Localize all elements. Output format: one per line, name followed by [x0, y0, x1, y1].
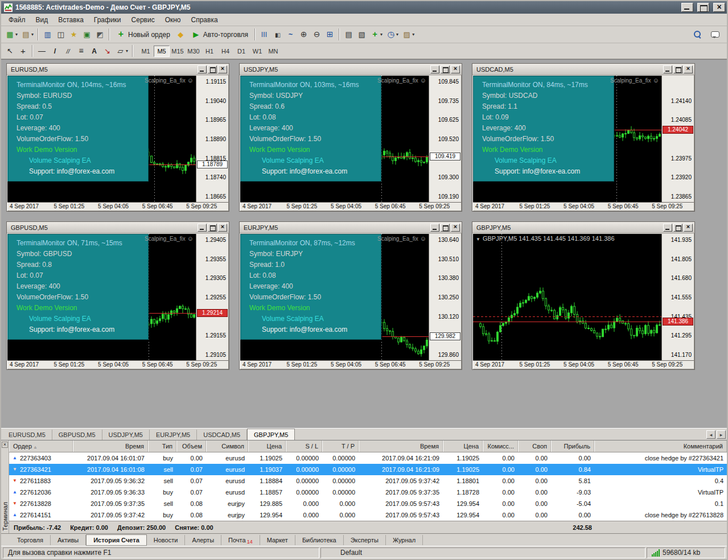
smiley-icon[interactable] [187, 235, 194, 242]
autotrade-button[interactable]: Авто-торговля [187, 28, 252, 42]
chart-canvas[interactable]: Scalping_Ea_fix TerminalMonitor ON, 84ms… [473, 76, 661, 202]
chart-title-bar[interactable]: EURJPY,M5 [240, 222, 462, 233]
terminal-button[interactable] [80, 28, 93, 42]
smiley-icon[interactable] [420, 235, 426, 242]
terminal-tab-10[interactable]: Журнал [386, 535, 423, 545]
chart-canvas[interactable]: Scalping_Ea_fix TerminalMonitor ON, 87ms… [240, 234, 429, 360]
chart-restore-button[interactable] [208, 65, 217, 73]
history-row[interactable]: 2276141512017.09.05 9:37:42buy0.08eurjpy… [9, 509, 727, 521]
chart-minimize-button[interactable] [663, 65, 672, 73]
search-button[interactable] [690, 28, 704, 42]
timeframe-d1[interactable]: D1 [233, 46, 249, 57]
new-chart-button[interactable]: ▾ [3, 28, 19, 42]
chart-close-button[interactable] [218, 65, 227, 73]
restore-button[interactable] [697, 3, 709, 12]
timeframe-m30[interactable]: M30 [186, 46, 201, 57]
menu-item-4[interactable]: Графики [89, 15, 126, 25]
line-chart-button[interactable] [284, 28, 297, 42]
close-button[interactable] [713, 3, 725, 12]
templates-button[interactable]: ▾ [400, 28, 416, 42]
history-row[interactable]: 2273634212017.09.04 16:01:08sell0.07euru… [9, 464, 727, 475]
menu-item-1[interactable]: Файл [3, 15, 31, 25]
chart-canvas[interactable]: Scalping_Ea_fix TerminalMonitor ON, 71ms… [7, 234, 196, 360]
chart-title-bar[interactable]: GBPJPY,M5 [472, 222, 694, 233]
text-tool-button[interactable] [88, 44, 101, 58]
terminal-tab-1[interactable]: Торговля [10, 535, 51, 545]
crosshair-button[interactable] [17, 44, 30, 58]
chart-tab-gbpjpy[interactable]: GBPJPY,M5 [247, 429, 295, 440]
fibonacci-button[interactable] [75, 44, 88, 58]
column-header-sl[interactable]: S / L [286, 440, 322, 452]
strategy-tester-button[interactable] [93, 28, 106, 42]
zoom-in-button[interactable] [297, 28, 310, 42]
chart-restore-button[interactable] [441, 65, 450, 73]
chart-minimize-button[interactable] [663, 224, 672, 232]
history-row[interactable]: 2273634032017.09.04 16:01:07buy0.00eurus… [9, 452, 727, 464]
chart-close-button[interactable] [218, 224, 227, 232]
timeframe-m15[interactable]: M15 [170, 46, 186, 57]
indicators-button[interactable]: ▾ [368, 28, 384, 42]
chart-tab-gbpusd[interactable]: GBPUSD,M5 [52, 430, 102, 440]
smiley-icon[interactable] [653, 77, 659, 84]
chart-title-bar[interactable]: EURUSD,M5 [7, 64, 229, 75]
status-profile[interactable]: Default [320, 547, 645, 558]
terminal-tab-4[interactable]: Новости [147, 535, 186, 545]
timeframe-mn[interactable]: MN [265, 46, 281, 57]
chart-title-bar[interactable]: USDCAD,M5 [472, 64, 694, 75]
profiles-button[interactable]: ▾ [19, 28, 35, 42]
terminal-tab-8[interactable]: Библиотека [295, 535, 344, 545]
chart-restore-button[interactable] [208, 224, 217, 232]
chart-close-button[interactable] [451, 65, 460, 73]
timeframe-h1[interactable]: H1 [201, 46, 217, 57]
chart-close-button[interactable] [684, 224, 693, 232]
chart-tab-usdcad[interactable]: USDCAD,M5 [197, 430, 247, 440]
chart-tab-eurusd[interactable]: EURUSD,M5 [2, 430, 52, 440]
chat-button[interactable] [708, 28, 721, 42]
column-header-order[interactable]: Ордер [9, 440, 73, 452]
trendline-button[interactable] [48, 44, 61, 58]
scroll-left-icon[interactable]: ◂ [706, 430, 715, 439]
market-watch-button[interactable] [41, 28, 54, 42]
zoom-out-button[interactable] [310, 28, 323, 42]
menu-item-7[interactable]: Справка [186, 15, 223, 25]
timeframe-w1[interactable]: W1 [249, 46, 265, 57]
history-row[interactable]: 2276120362017.09.05 9:36:33buy0.07eurusd… [9, 487, 727, 498]
terminal-tab-2[interactable]: Активы [51, 535, 86, 545]
column-header-profit[interactable]: Прибыль [551, 440, 594, 452]
terminal-close-icon[interactable] [2, 442, 8, 448]
channel-button[interactable] [61, 44, 75, 58]
metaeditor-button[interactable] [174, 28, 187, 42]
column-header-tp[interactable]: T / P [322, 440, 359, 452]
column-header-close-price[interactable]: Цена [443, 440, 483, 452]
history-row[interactable]: 2276118832017.09.05 9:36:32sell0.07eurus… [9, 475, 727, 487]
horizontal-line-button[interactable] [35, 44, 48, 58]
timeframe-h4[interactable]: H4 [217, 46, 233, 57]
minimize-button[interactable] [681, 3, 693, 12]
terminal-tab-5[interactable]: Алерты [185, 535, 221, 545]
periods-button[interactable]: ▾ [384, 28, 400, 42]
chart-minimize-button[interactable] [198, 224, 207, 232]
history-row[interactable]: 2276138282017.09.05 9:37:35sell0.08eurjp… [9, 498, 727, 509]
chart-tab-eurjpy[interactable]: EURJPY,M5 [150, 430, 197, 440]
column-header-commission[interactable]: Комисс... [483, 440, 518, 452]
menu-item-6[interactable]: Окно [160, 15, 186, 25]
shapes-button[interactable]: ▾ [114, 44, 130, 58]
chart-minimize-button[interactable] [430, 224, 439, 232]
smiley-icon[interactable] [187, 77, 194, 84]
candlestick-chart-button[interactable] [271, 28, 284, 42]
column-header-open-price[interactable]: Цена [248, 440, 286, 452]
chart-close-button[interactable] [684, 65, 693, 73]
timeframe-m1[interactable]: M1 [138, 46, 154, 57]
menu-item-3[interactable]: Вставка [53, 15, 89, 25]
new-order-button[interactable]: Новый ордер [112, 28, 174, 42]
chart-restore-button[interactable] [673, 65, 682, 73]
bar-chart-button[interactable] [258, 28, 271, 42]
chart-title-bar[interactable]: USDJPY,M5 [240, 64, 462, 75]
column-header-comment[interactable]: Комментарий [594, 440, 727, 452]
terminal-tab-7[interactable]: Маркет [260, 535, 295, 545]
chart-close-button[interactable] [451, 224, 460, 232]
navigator-button[interactable] [67, 28, 80, 42]
chart-restore-button[interactable] [673, 224, 682, 232]
terminal-tab-3[interactable]: История Счета [86, 534, 147, 546]
tile-windows-button[interactable] [323, 28, 336, 42]
